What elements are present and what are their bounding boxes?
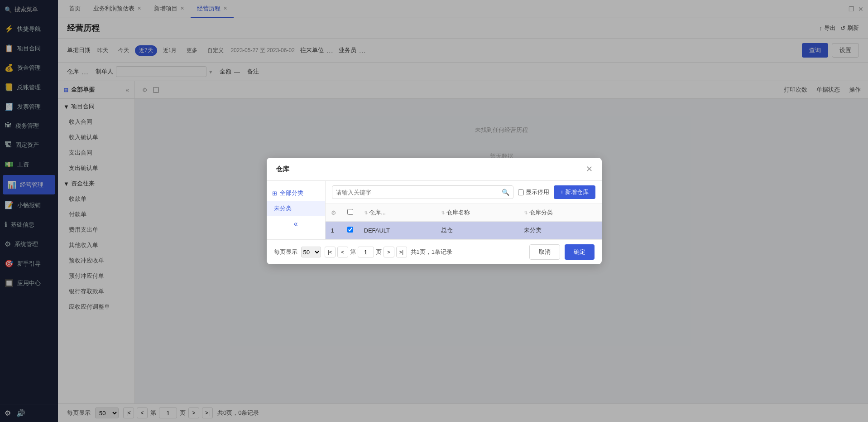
grid-icon: ⊞	[272, 190, 277, 197]
row-id: 1	[326, 222, 342, 239]
dialog-left-uncategorized[interactable]: 未分类	[267, 201, 325, 216]
show-disabled-checkbox[interactable]	[518, 189, 524, 195]
dialog-pag-buttons: |< < 第 页 > >|	[325, 247, 407, 257]
per-page-label: 每页显示	[274, 248, 297, 256]
warehouse-table: ⚙ ⇅ 仓库... ⇅	[326, 204, 602, 239]
row-name: 总仓	[436, 222, 518, 239]
dialog-footer: 每页显示 50 100 |< < 第 页 > >| 共1页，1条记录 取消	[267, 239, 602, 264]
dialog-left-all-label: 全部分类	[280, 189, 303, 197]
dialog-header: 仓库 ✕	[267, 158, 602, 181]
th-settings: ⚙	[326, 204, 342, 222]
row-code: DEFAULT	[359, 222, 436, 239]
row-checkbox-cell	[342, 222, 359, 239]
collapse-left-icon: «	[294, 220, 298, 228]
dialog-table: ⚙ ⇅ 仓库... ⇅	[326, 204, 602, 239]
dialog-left-panel: ⊞ 全部分类 未分类 «	[267, 181, 326, 239]
dialog-body: ⊞ 全部分类 未分类 « 🔍	[267, 181, 602, 239]
search-icon: 🔍	[502, 189, 509, 196]
dialog-page-label: 第	[350, 248, 356, 256]
dialog-actions: 取消 确定	[529, 244, 595, 260]
row-checkbox[interactable]	[347, 227, 353, 233]
show-disabled-label[interactable]: 显示停用	[518, 188, 549, 196]
sort-icon-cat: ⇅	[524, 210, 528, 215]
dialog-title: 仓库	[276, 165, 289, 174]
dialog-pagination: 每页显示 50 100 |< < 第 页 > >| 共1页，1条记录	[274, 247, 452, 257]
th-category-label: 仓库分类	[529, 209, 553, 216]
dialog-page-suffix: 页	[376, 248, 382, 256]
add-warehouse-button[interactable]: + 新增仓库	[554, 185, 595, 199]
dialog-prev-page[interactable]: <	[337, 247, 348, 257]
th-name: ⇅ 仓库名称	[436, 204, 518, 222]
th-code-label: 仓库...	[369, 209, 386, 216]
th-gear-icon[interactable]: ⚙	[331, 209, 336, 216]
row-category: 未分类	[518, 222, 601, 239]
table-select-all[interactable]	[347, 209, 353, 215]
warehouse-dialog: 仓库 ✕ ⊞ 全部分类 未分类 «	[267, 158, 602, 264]
dialog-left-all[interactable]: ⊞ 全部分类	[267, 185, 325, 201]
sort-icon-name: ⇅	[441, 210, 445, 215]
table-header-row: ⚙ ⇅ 仓库... ⇅	[326, 204, 602, 222]
th-checkbox	[342, 204, 359, 222]
show-disabled-text: 显示停用	[526, 188, 549, 196]
dialog-page-input[interactable]	[358, 247, 374, 257]
dialog-total-info: 共1页，1条记录	[411, 248, 452, 256]
search-input[interactable]	[336, 189, 499, 196]
dialog-close-icon[interactable]: ✕	[586, 164, 593, 174]
search-box: 🔍	[332, 185, 514, 199]
dialog-right-panel: 🔍 显示停用 + 新增仓库 ⚙	[326, 181, 602, 239]
dialog-last-page[interactable]: >|	[396, 247, 407, 257]
dialog-left-scroll: 未分类	[267, 201, 325, 216]
confirm-button[interactable]: 确定	[565, 244, 595, 260]
table-row[interactable]: 1 DEFAULT 总仓 未分类	[326, 222, 602, 239]
th-code: ⇅ 仓库...	[359, 204, 436, 222]
th-category: ⇅ 仓库分类	[518, 204, 601, 222]
dialog-left-collapse[interactable]: «	[267, 216, 325, 232]
dialog-first-page[interactable]: |<	[325, 247, 336, 257]
per-page-select-dialog[interactable]: 50 100	[301, 247, 321, 257]
cancel-button[interactable]: 取消	[529, 244, 560, 260]
sort-icon: ⇅	[364, 210, 368, 215]
modal-overlay[interactable]: 仓库 ✕ ⊞ 全部分类 未分类 «	[0, 0, 868, 422]
dialog-next-page[interactable]: >	[384, 247, 394, 257]
dialog-toolbar: 🔍 显示停用 + 新增仓库	[326, 181, 602, 204]
th-name-label: 仓库名称	[446, 209, 470, 216]
warehouse-table-body: 1 DEFAULT 总仓 未分类	[326, 222, 602, 239]
